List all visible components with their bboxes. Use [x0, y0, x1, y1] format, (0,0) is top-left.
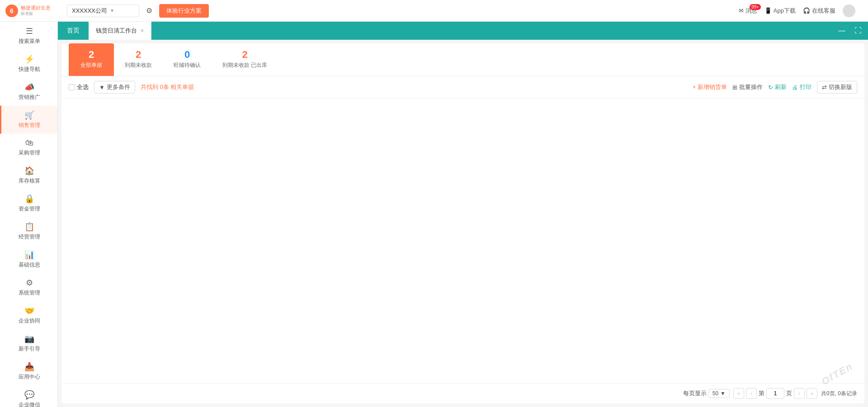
stat-overdue-unpaid-label: 到期未收款	[125, 61, 152, 69]
stat-tab-all[interactable]: 2 全部单据	[69, 43, 114, 76]
select-all-checkbox[interactable]: 全选	[69, 83, 89, 91]
header: 6 畅捷通好生意 标准版 XXXXXX公司 ▼ ⚙ 体验行业方案 ✉ 消息 99…	[0, 0, 868, 22]
trial-button[interactable]: 体验行业方案	[159, 4, 209, 18]
sidebar-item-sales-mgmt[interactable]: 🛒 销售管理	[0, 106, 57, 134]
company-name: XXXXXX公司	[72, 7, 107, 15]
print-button[interactable]: 🖨 打印	[792, 83, 811, 91]
batch-operation-button[interactable]: ⊞ 批量操作	[732, 83, 763, 91]
page-navigation: « ‹ 第 页 › »	[733, 388, 817, 399]
sidebar-label-app-center: 应用中心	[19, 373, 40, 381]
app-download-icon: 📱	[764, 7, 772, 14]
stat-overdue-unpaid-number: 2	[136, 49, 141, 61]
beginner-guide-icon: 📷	[24, 334, 34, 344]
page-label: 第	[759, 389, 764, 398]
page-suffix: 页	[786, 389, 792, 398]
sidebar-item-quick-nav[interactable]: ⚡ 快捷导航	[0, 50, 57, 78]
sidebar-label-basic-info: 基础信息	[19, 261, 40, 269]
logo-text: 畅捷通好生意 标准版	[21, 5, 51, 17]
page-total: 共0页, 0条记录	[821, 390, 857, 398]
switch-version-button[interactable]: ⇄ 切换新版	[817, 81, 857, 94]
sidebar-item-search-menu[interactable]: ☰ 搜索菜单	[0, 22, 57, 50]
tab-home[interactable]: 首页	[58, 22, 89, 40]
found-count: 共找到 0条 相关单据	[141, 83, 194, 91]
content-area: 2 全部单据 2 到期未收款 0 旺辅待确认 2 到期未收款 已出库	[58, 40, 868, 407]
app-download-label: App下载	[774, 7, 796, 15]
per-page-label: 每页显示	[683, 389, 707, 398]
layout: ☰ 搜索菜单 ⚡ 快捷导航 📣 营销推广 🛒 销售管理 🛍 采购管理 🏠 库存核…	[0, 22, 868, 407]
sidebar-item-beginner-guide[interactable]: 📷 新手引导	[0, 329, 57, 357]
stat-all-number: 2	[89, 49, 94, 61]
sidebar-item-operations[interactable]: 📋 经营管理	[0, 217, 57, 245]
tab-bar: 首页 钱货日清工作台 × — ⛶	[58, 22, 868, 40]
page-first-button[interactable]: «	[733, 388, 744, 399]
sidebar-label-enterprise-wechat: 企业微信	[19, 401, 40, 407]
tab-close-icon[interactable]: ×	[141, 28, 144, 34]
per-page-select[interactable]: 50 ▼	[708, 389, 730, 398]
page-next-button[interactable]: ›	[794, 388, 805, 399]
sidebar-label-enterprise-coop: 企业协同	[19, 317, 40, 325]
page-last-button[interactable]: »	[807, 388, 817, 399]
sidebar-item-enterprise-wechat[interactable]: 💬 企业微信	[0, 385, 57, 407]
sidebar-item-enterprise-coop[interactable]: 🤝 企业协同	[0, 301, 57, 329]
stat-tab-overdue-unpaid[interactable]: 2 到期未收款	[114, 43, 163, 76]
operations-icon: 📋	[24, 222, 34, 232]
page-size-selector: 每页显示 50 ▼	[683, 389, 730, 398]
refresh-label: 刷新	[775, 83, 787, 91]
sidebar-label-purchase-mgmt: 采购管理	[19, 149, 40, 157]
tab-minimize-button[interactable]: —	[835, 24, 848, 37]
refresh-button[interactable]: ↻ 刷新	[768, 83, 787, 91]
sidebar-item-finance[interactable]: 🔒 资金管理	[0, 189, 57, 217]
stat-tab-wangdian-confirm[interactable]: 0 旺辅待确认	[163, 43, 212, 76]
sales-mgmt-icon: 🛒	[24, 110, 34, 120]
online-service-button[interactable]: 🎧 在线客服	[803, 7, 835, 15]
sidebar-label-inventory: 库存核算	[19, 177, 40, 185]
logo-icon: 6	[5, 5, 18, 17]
filter-icon: ▼	[99, 84, 105, 91]
batch-icon: ⊞	[732, 84, 737, 91]
company-selector[interactable]: XXXXXX公司 ▼	[67, 5, 139, 17]
sidebar-item-basic-info[interactable]: 📊 基础信息	[0, 245, 57, 273]
main-content: 首页 钱货日清工作台 × — ⛶ 2 全部单据 2	[58, 22, 868, 407]
table-area	[61, 98, 864, 383]
system-mgmt-icon: ⚙	[26, 278, 33, 288]
message-button[interactable]: ✉ 消息 99+	[739, 7, 757, 15]
sidebar-label-operations: 经营管理	[19, 233, 40, 241]
settings-button[interactable]: ⚙	[143, 5, 156, 17]
refresh-icon: ↻	[768, 84, 773, 91]
sidebar-item-marketing[interactable]: 📣 营销推广	[0, 78, 57, 106]
header-left: 6 畅捷通好生意 标准版 XXXXXX公司 ▼ ⚙ 体验行业方案	[5, 4, 209, 18]
stat-wangdian-label: 旺辅待确认	[174, 61, 201, 69]
finance-icon: 🔒	[24, 194, 34, 204]
page-number-input[interactable]	[766, 388, 784, 399]
quick-nav-icon: ⚡	[24, 54, 34, 64]
sidebar-item-app-center[interactable]: 📥 应用中心	[0, 357, 57, 385]
sidebar-item-purchase-mgmt[interactable]: 🛍 采购管理	[0, 134, 57, 161]
stat-overdue-shipped-number: 2	[242, 49, 248, 61]
chevron-down-icon: ▼	[110, 8, 114, 13]
toolbar: 全选 ▼ 更多条件 共找到 0条 相关单据 + 新增销货单 ⊞ 批量操作	[61, 76, 864, 98]
message-badge: 99+	[750, 4, 761, 10]
inventory-icon: 🏠	[24, 166, 34, 176]
add-sales-order-button[interactable]: + 新增销货单	[693, 83, 727, 91]
app-download-button[interactable]: 📱 App下载	[764, 7, 796, 15]
avatar[interactable]	[843, 5, 855, 17]
batch-label: 批量操作	[739, 83, 763, 91]
sidebar-label-marketing: 营销推广	[19, 94, 40, 101]
filter-label: 更多条件	[107, 83, 130, 91]
tab-current-label: 钱货日清工作台	[96, 27, 137, 35]
sidebar: ☰ 搜索菜单 ⚡ 快捷导航 📣 营销推广 🛒 销售管理 🛍 采购管理 🏠 库存核…	[0, 22, 58, 407]
sidebar-item-system-mgmt[interactable]: ⚙ 系统管理	[0, 273, 57, 301]
search-menu-icon: ☰	[26, 26, 33, 36]
print-label: 打印	[800, 83, 811, 91]
sidebar-item-inventory[interactable]: 🏠 库存核算	[0, 161, 57, 189]
toolbar-right: + 新增销货单 ⊞ 批量操作 ↻ 刷新 🖨 打印	[693, 81, 857, 94]
marketing-icon: 📣	[24, 82, 34, 92]
sidebar-label-finance: 资金管理	[19, 205, 40, 213]
page-prev-button[interactable]: ‹	[746, 388, 757, 399]
tab-maximize-button[interactable]: ⛶	[852, 24, 864, 37]
print-icon: 🖨	[792, 84, 798, 91]
switch-label: 切换新版	[829, 83, 852, 91]
tab-current[interactable]: 钱货日清工作台 ×	[89, 22, 151, 40]
filter-button[interactable]: ▼ 更多条件	[94, 81, 135, 94]
stat-tab-overdue-shipped[interactable]: 2 到期未收款 已出库	[212, 43, 278, 76]
